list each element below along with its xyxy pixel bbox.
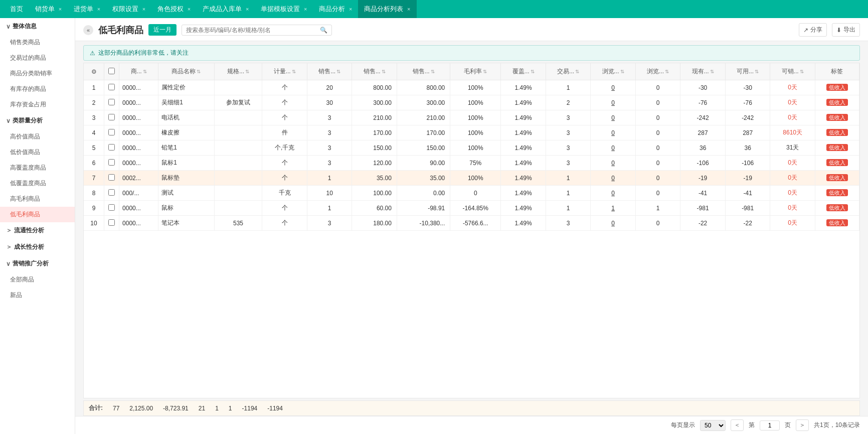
col-sales-qty[interactable]: 销售...⇅: [307, 63, 352, 80]
browse1-link[interactable]: 0: [611, 129, 615, 136]
row-checkbox-cell[interactable]: [104, 186, 119, 201]
row-checkbox[interactable]: [108, 219, 115, 226]
browse1-link[interactable]: 0: [611, 144, 615, 152]
col-code[interactable]: 商...⇅: [119, 63, 158, 80]
col-saleable[interactable]: 可销...⇅: [770, 63, 815, 80]
select-all-checkbox[interactable]: [108, 68, 115, 74]
row-checkbox-cell[interactable]: [104, 216, 119, 231]
col-spec[interactable]: 规格...⇅: [214, 63, 262, 80]
row-checkbox-cell[interactable]: [104, 110, 119, 125]
row-browse1[interactable]: 0: [591, 156, 636, 171]
col-browse1[interactable]: 浏览...⇅: [591, 63, 636, 80]
search-input[interactable]: [186, 27, 318, 34]
nav-purchase[interactable]: 进货单 ×: [68, 0, 106, 18]
row-checkbox[interactable]: [108, 99, 115, 105]
row-checkbox[interactable]: [108, 84, 115, 90]
sidebar-item-low-value[interactable]: 低价值商品: [0, 144, 75, 160]
col-checkbox[interactable]: [104, 63, 119, 80]
row-browse1[interactable]: 0: [591, 125, 636, 140]
browse1-link[interactable]: 0: [611, 114, 615, 121]
sidebar-group-liquidity[interactable]: ＞ 流通性分析: [0, 222, 75, 239]
col-name[interactable]: 商品名称⇅: [158, 63, 214, 80]
row-checkbox-cell[interactable]: [104, 125, 119, 140]
row-browse1[interactable]: 0: [591, 80, 636, 95]
nav-permission[interactable]: 权限设置 ×: [106, 0, 151, 18]
nav-role-close[interactable]: ×: [188, 6, 191, 12]
nav-sales-close[interactable]: ×: [59, 6, 62, 12]
row-checkbox[interactable]: [108, 174, 115, 181]
sidebar-item-high-margin[interactable]: 高毛利商品: [0, 191, 75, 207]
sidebar-item-low-margin[interactable]: 低毛利商品: [0, 207, 75, 222]
sidebar-item-category-rate[interactable]: 商品分类助销率: [0, 66, 75, 81]
row-browse1[interactable]: 0: [591, 216, 636, 231]
browse1-link[interactable]: 0: [611, 84, 615, 91]
sidebar-item-all-goods[interactable]: 全部商品: [0, 272, 75, 287]
nav-product-in-close[interactable]: ×: [246, 6, 249, 12]
browse1-link[interactable]: 0: [611, 99, 615, 106]
row-browse1[interactable]: 1: [591, 201, 636, 216]
col-unit[interactable]: 计量...⇅: [262, 63, 307, 80]
sidebar-item-new-goods[interactable]: 新品: [0, 287, 75, 303]
sidebar-item-sales-goods[interactable]: 销售类商品: [0, 35, 75, 50]
col-stock[interactable]: 现有...⇅: [680, 63, 726, 80]
nav-purchase-close[interactable]: ×: [97, 6, 100, 12]
col-sales-profit[interactable]: 销售...⇅: [397, 63, 450, 80]
row-checkbox[interactable]: [108, 189, 115, 196]
row-checkbox[interactable]: [108, 204, 115, 211]
data-table-container[interactable]: ⚙ 商...⇅ 商品名称⇅ 规格...⇅ 计量...⇅ 销售...⇅ 销售...…: [83, 63, 860, 398]
page-input[interactable]: [760, 420, 780, 430]
sidebar-group-growth[interactable]: ＞ 成长性分析: [0, 239, 75, 255]
row-checkbox[interactable]: [108, 144, 115, 151]
browse1-link[interactable]: 0: [611, 160, 615, 167]
sidebar-item-high-coverage[interactable]: 高覆盖度商品: [0, 160, 75, 176]
search-icon[interactable]: 🔍: [320, 27, 327, 34]
per-page-select[interactable]: 50 100: [700, 420, 726, 431]
col-trade[interactable]: 交易...⇅: [546, 63, 591, 80]
row-checkbox-cell[interactable]: [104, 80, 119, 95]
export-button[interactable]: ⬇ 导出: [832, 23, 860, 37]
browse1-link[interactable]: 0: [611, 190, 615, 197]
col-available[interactable]: 可用...⇅: [725, 63, 770, 80]
browse1-link[interactable]: 1: [611, 205, 615, 212]
sidebar-item-traded-goods[interactable]: 交易过的商品: [0, 50, 75, 66]
nav-role[interactable]: 角色授权 ×: [151, 0, 197, 18]
sidebar-item-capital[interactable]: 库存资金占用: [0, 97, 75, 112]
row-checkbox-cell[interactable]: [104, 201, 119, 216]
sidebar-item-high-value[interactable]: 高价值商品: [0, 129, 75, 144]
row-checkbox-cell[interactable]: [104, 156, 119, 171]
nav-sales[interactable]: 销货单 ×: [29, 0, 68, 18]
row-browse1[interactable]: 0: [591, 186, 636, 201]
browse1-link[interactable]: 0: [611, 220, 615, 227]
nav-goods-analysis[interactable]: 商品分析 ×: [313, 0, 358, 18]
row-browse1[interactable]: 0: [591, 171, 636, 186]
sidebar-group-marketing[interactable]: ∨ 营销推广分析: [0, 255, 75, 272]
row-browse1[interactable]: 0: [591, 95, 636, 110]
nav-home[interactable]: 首页: [4, 0, 29, 18]
col-settings[interactable]: ⚙: [84, 63, 104, 80]
row-browse1[interactable]: 0: [591, 110, 636, 125]
row-checkbox-cell[interactable]: [104, 95, 119, 110]
sidebar-item-low-coverage[interactable]: 低覆盖度商品: [0, 176, 75, 191]
nav-template[interactable]: 单据模板设置 ×: [255, 0, 313, 18]
sidebar-group-cluster[interactable]: ∨ 类群量分析: [0, 112, 75, 129]
col-gross-rate[interactable]: 毛利率⇅: [450, 63, 501, 80]
nav-goods-analysis-list[interactable]: 商品分析列表 ×: [358, 0, 416, 18]
sidebar-item-stock-goods[interactable]: 有库存的商品: [0, 81, 75, 97]
next-page-btn[interactable]: ＞: [796, 419, 809, 431]
col-sales-amount[interactable]: 销售...⇅: [352, 63, 397, 80]
nav-template-close[interactable]: ×: [304, 6, 307, 12]
row-checkbox[interactable]: [108, 129, 115, 135]
col-coverage[interactable]: 覆盖...⇅: [501, 63, 546, 80]
nav-permission-close[interactable]: ×: [142, 6, 145, 12]
share-button[interactable]: ↗ 分享: [799, 23, 827, 37]
nav-product-in[interactable]: 产成品入库单 ×: [197, 0, 255, 18]
row-checkbox[interactable]: [108, 159, 115, 166]
col-tag[interactable]: 标签: [815, 63, 859, 80]
sidebar-group-overall[interactable]: ∨ 整体信息: [0, 18, 75, 35]
browse1-link[interactable]: 0: [611, 175, 615, 182]
row-checkbox[interactable]: [108, 114, 115, 120]
nav-goods-analysis-list-close[interactable]: ×: [407, 6, 410, 12]
nav-goods-analysis-close[interactable]: ×: [349, 6, 352, 12]
row-checkbox-cell[interactable]: [104, 140, 119, 156]
period-button[interactable]: 近一月: [148, 24, 177, 36]
